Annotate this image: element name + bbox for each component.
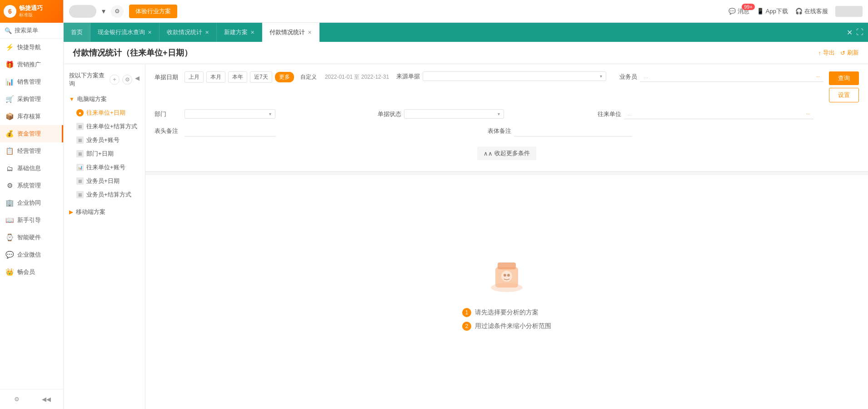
scheme-dept-date[interactable]: ▦ 部门+日期 — [64, 147, 145, 161]
sidebar-item-guide[interactable]: 📖 新手引导 — [0, 212, 63, 229]
tabs-bar: 首页 现金银行流水查询 ✕ 收款情况统计 ✕ 新建方案 ✕ 付款情况统计 ✕ ✕… — [64, 23, 868, 42]
sidebar-item-shortcut[interactable]: ⚡ 快捷导航 — [0, 39, 63, 56]
staff-select[interactable]: ... ··· — [640, 71, 823, 82]
sidebar-item-label: 销售管理 — [17, 78, 41, 86]
left-panel-actions: + ⚙ ◀ — [110, 75, 140, 85]
collapse-more-conditions-btn[interactable]: ∧∧ 收起更多条件 — [477, 146, 536, 160]
service-btn[interactable]: 🎧 在线客服 — [795, 7, 828, 15]
sidebar-item-label: 采购管理 — [17, 95, 41, 103]
status-select[interactable]: ▾ — [404, 109, 504, 119]
collapse-panel-btn[interactable]: ◀ — [135, 75, 140, 85]
sales-icon: 📊 — [5, 78, 14, 86]
tab-payment[interactable]: 付款情况统计 ✕ — [262, 23, 319, 42]
sidebar-item-inventory[interactable]: 📦 库存核算 — [0, 108, 63, 125]
search-menu[interactable]: 🔍 搜索菜单 — [0, 23, 63, 39]
tab-cashflow[interactable]: 现金银行流水查询 ✕ — [90, 23, 160, 42]
sidebar-item-operation[interactable]: 📋 经营管理 — [0, 142, 63, 160]
date-btn-this-year[interactable]: 本年 — [228, 71, 247, 83]
date-btn-last-month[interactable]: 上月 — [185, 71, 204, 83]
tab-home[interactable]: 首页 — [64, 23, 90, 42]
sidebar-item-system[interactable]: ⚙ 系统管理 — [0, 177, 63, 194]
trial-industry-button[interactable]: 体验行业方案 — [129, 5, 177, 18]
sidebar-item-wechat[interactable]: 💬 企业微信 — [0, 246, 63, 263]
filter-settings-button[interactable]: 设置 — [829, 88, 859, 102]
body-note-label: 表体备注 — [484, 127, 511, 135]
logo-name: 畅捷通巧 — [19, 5, 43, 12]
tab-newscheme[interactable]: 新建方案 ✕ — [217, 23, 262, 42]
tab-receipt-close[interactable]: ✕ — [205, 30, 209, 35]
dept-select[interactable]: ▾ — [185, 109, 275, 119]
message-btn[interactable]: 💬 消息 99+ — [728, 7, 749, 15]
refresh-button[interactable]: ↺ 刷新 — [840, 49, 859, 57]
header-note-label: 表头备注 — [155, 127, 182, 135]
scheme-staff-account[interactable]: ▦ 业务员+账号 — [64, 133, 145, 147]
scheme-staff-date[interactable]: ▦ 业务员+日期 — [64, 174, 145, 188]
scheme-settings-btn[interactable]: ⚙ — [122, 75, 132, 85]
app-label: App下载 — [766, 7, 788, 15]
desktop-group-title[interactable]: ▼ 电脑端方案 — [64, 92, 145, 106]
topbar-dropdown-icon[interactable]: ▾ — [102, 7, 105, 15]
mobile-group-title[interactable]: ▶ 移动端方案 — [64, 205, 145, 219]
empty-tips: 1 请先选择要分析的方案 2 用过滤条件来缩小分析范围 — [462, 308, 551, 331]
tab-expand-icon[interactable]: ⛶ — [856, 28, 863, 36]
collapse-label: 收起更多条件 — [494, 149, 530, 157]
desktop-scheme-group: ▼ 电脑端方案 ● 往来单位+日期 ▦ 往来单位+结算方式 ▦ 业务员+账号 — [64, 92, 145, 202]
header-note-input[interactable] — [185, 126, 275, 136]
sidebar-item-sales[interactable]: 📊 销售管理 — [0, 73, 63, 91]
tab-newscheme-close[interactable]: ✕ — [250, 30, 254, 35]
date-btn-more[interactable]: 更多 — [275, 72, 294, 82]
sidebar-logo: 6 畅捷通巧 标准版 — [0, 0, 63, 23]
sidebar-item-finance[interactable]: 💰 资金管理 — [0, 125, 63, 142]
tab-cashflow-close[interactable]: ✕ — [148, 30, 152, 35]
source-arrow-icon: ▾ — [600, 74, 602, 79]
search-label: 搜索菜单 — [15, 26, 38, 35]
export-icon: ↑ — [818, 50, 822, 56]
sidebar-settings-btn[interactable]: ⚙ — [4, 393, 30, 405]
staff-arrow-icon: ··· — [816, 74, 820, 79]
left-panel-header: 按以下方案查询 + ⚙ ◀ — [64, 69, 145, 91]
sidebar-item-enterprise[interactable]: 🏢 企业协同 — [0, 194, 63, 212]
tab-close-all-icon[interactable]: ✕ — [847, 28, 853, 37]
date-btn-this-month[interactable]: 本月 — [206, 71, 225, 83]
sidebar-item-hardware[interactable]: ⌚ 智能硬件 — [0, 229, 63, 246]
topbar-settings-btn[interactable]: ⚙ — [111, 5, 124, 18]
scheme-unit-settle[interactable]: ▦ 往来单位+结算方式 — [64, 120, 145, 133]
sidebar-nav: ⚡ 快捷导航 🎁 营销推广 📊 销售管理 🛒 采购管理 📦 库存核算 💰 资金管… — [0, 39, 63, 389]
sidebar-collapse-btn[interactable]: ◀◀ — [34, 393, 60, 405]
date-label: 单据日期 — [155, 73, 182, 81]
date-btn-7days[interactable]: 近7天 — [250, 71, 272, 83]
sidebar-item-label: 智能硬件 — [17, 233, 41, 242]
tab-payment-close[interactable]: ✕ — [308, 30, 312, 35]
date-btn-custom[interactable]: 自定义 — [297, 72, 320, 82]
scheme-active-icon: ● — [76, 109, 84, 116]
add-scheme-btn[interactable]: + — [110, 75, 120, 85]
scheme-staff-settle[interactable]: ▦ 业务员+结算方式 — [64, 188, 145, 202]
sidebar-item-basic[interactable]: 🗂 基础信息 — [0, 160, 63, 177]
topbar-user[interactable] — [835, 6, 863, 17]
app-download-btn[interactable]: 📱 App下载 — [757, 7, 788, 15]
tabs-actions: ✕ ⛶ — [842, 28, 868, 37]
scheme-unit-account[interactable]: 📊 往来单位+账号 — [64, 161, 145, 174]
source-select[interactable]: ▾ — [423, 71, 606, 81]
tab-newscheme-label: 新建方案 — [224, 28, 248, 36]
topbar-avatar — [69, 5, 96, 18]
sidebar-item-purchase[interactable]: 🛒 采购管理 — [0, 91, 63, 108]
left-panel: 按以下方案查询 + ⚙ ◀ ▼ 电脑端方案 ● 往来单位+日期 — [64, 64, 145, 409]
sidebar-item-member[interactable]: 👑 畅会员 — [0, 263, 63, 281]
tab-payment-label: 付款情况统计 — [269, 28, 305, 36]
body-note-input[interactable] — [514, 126, 632, 136]
scheme-label: 业务员+账号 — [86, 136, 120, 144]
scheme-label: 业务员+日期 — [86, 177, 120, 185]
empty-tip-2: 2 用过滤条件来缩小分析范围 — [462, 322, 551, 331]
sidebar-item-label: 畅会员 — [17, 268, 35, 276]
empty-tip-1: 1 请先选择要分析的方案 — [462, 308, 551, 317]
message-icon: 💬 — [728, 8, 736, 15]
scheme-unit-date[interactable]: ● 往来单位+日期 — [64, 106, 145, 120]
tab-receipt[interactable]: 收款情况统计 ✕ — [160, 23, 217, 42]
scheme-sq-icon: ▦ — [76, 177, 84, 185]
sidebar-item-marketing[interactable]: 🎁 营销推广 — [0, 56, 63, 73]
export-button[interactable]: ↑ 导出 — [818, 49, 835, 57]
status-arrow-icon: ▾ — [498, 111, 500, 116]
unit-select[interactable]: ... ··· — [624, 109, 813, 119]
query-button[interactable]: 查询 — [829, 71, 859, 85]
